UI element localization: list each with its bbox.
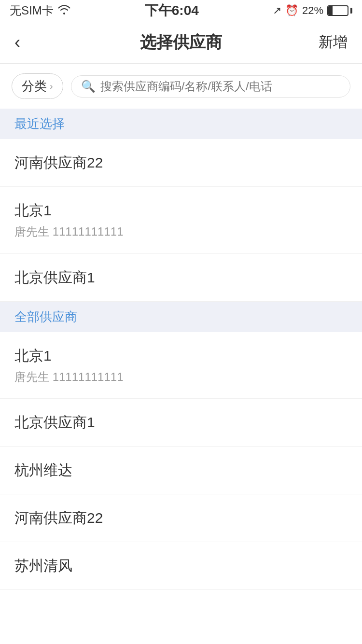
search-input[interactable] (100, 80, 340, 93)
item-name: 北京供应商1 (14, 412, 348, 433)
all-items-list: 北京1唐先生 11111111111北京供应商1杭州维达河南供应商22苏州清风 (0, 332, 362, 590)
carrier-label: 无SIM卡 (10, 3, 54, 18)
category-filter-button[interactable]: 分类 › (12, 73, 63, 99)
filter-bar: 分类 › 🔍 (0, 64, 362, 109)
all-list-item[interactable]: 北京1唐先生 11111111111 (0, 332, 362, 399)
search-box[interactable]: 🔍 (71, 75, 350, 98)
item-sub: 唐先生 11111111111 (14, 369, 348, 385)
recent-list-item[interactable]: 北京1唐先生 11111111111 (0, 187, 362, 254)
page-title: 选择供应商 (140, 31, 222, 54)
recent-list-item[interactable]: 河南供应商22 (0, 139, 362, 187)
item-name: 河南供应商22 (14, 153, 348, 173)
nav-bar: ‹ 选择供应商 新增 (0, 21, 362, 64)
search-icon: 🔍 (81, 80, 96, 93)
all-list-item[interactable]: 杭州维达 (0, 447, 362, 494)
item-name: 河南供应商22 (14, 508, 348, 528)
alarm-icon: ⏰ (285, 4, 298, 17)
item-name: 杭州维达 (14, 460, 348, 480)
recent-items-list: 河南供应商22北京1唐先生 11111111111北京供应商1 (0, 139, 362, 302)
add-button[interactable]: 新增 (319, 32, 348, 52)
battery-label: 22% (302, 4, 323, 17)
all-list-item[interactable]: 河南供应商22 (0, 494, 362, 542)
all-section-header: 全部供应商 (0, 302, 362, 332)
battery-indicator (327, 5, 352, 16)
item-name: 北京供应商1 (14, 267, 348, 288)
all-list-item[interactable]: 北京供应商1 (0, 399, 362, 447)
all-list-item[interactable]: 苏州清风 (0, 542, 362, 590)
item-sub: 唐先生 11111111111 (14, 224, 348, 240)
status-time: 下午6:04 (145, 1, 199, 20)
category-label: 分类 (22, 78, 47, 95)
wifi-icon (57, 4, 71, 17)
item-name: 苏州清风 (14, 556, 348, 576)
location-icon: ↗ (273, 4, 281, 17)
item-name: 北京1 (14, 346, 348, 366)
recent-list-item[interactable]: 北京供应商1 (0, 254, 362, 302)
back-button[interactable]: ‹ (14, 32, 43, 53)
chevron-right-icon: › (50, 81, 53, 92)
item-name: 北京1 (14, 200, 348, 221)
status-left: 无SIM卡 (10, 3, 71, 18)
status-right: ↗ ⏰ 22% (273, 4, 352, 17)
status-bar: 无SIM卡 下午6:04 ↗ ⏰ 22% (0, 0, 362, 21)
recent-section-header: 最近选择 (0, 109, 362, 139)
